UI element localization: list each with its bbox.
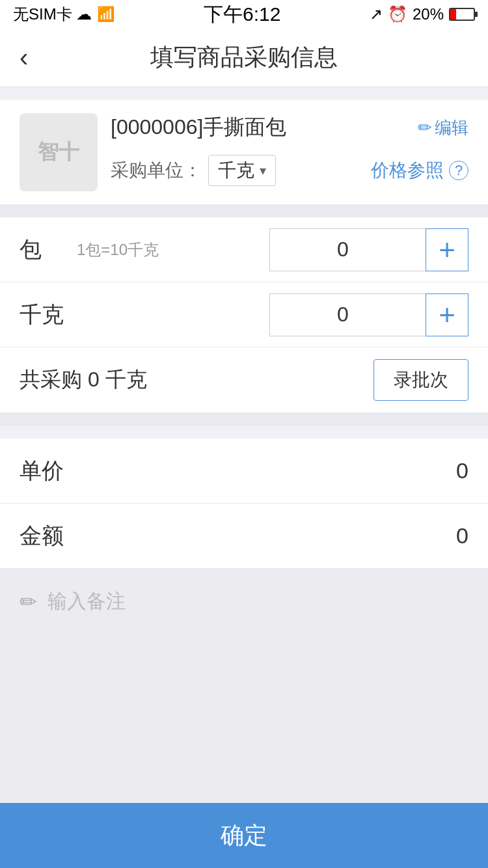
- product-name: [0000006]手撕面包: [111, 113, 286, 142]
- section-divider-1: [0, 204, 488, 217]
- product-unit-row: 采购单位： 千克 ▾ 价格参照 ?: [111, 155, 468, 186]
- kilogram-input[interactable]: [269, 293, 426, 336]
- remark-placeholder: 输入备注: [47, 588, 126, 615]
- summary-row: 共采购 0 千克 录批次: [0, 347, 488, 413]
- location-icon: ↗: [370, 5, 383, 23]
- confirm-button[interactable]: 确定: [0, 803, 488, 868]
- status-time: 下午6:12: [204, 1, 280, 28]
- product-info: [0000006]手撕面包 ✏ 编辑 采购单位： 千克 ▾ 价格参照 ?: [111, 113, 468, 186]
- page-title: 填写商品采购信息: [150, 42, 338, 74]
- unit-value: 千克: [218, 158, 254, 183]
- help-icon: ?: [449, 161, 468, 180]
- package-input-group: +: [269, 228, 468, 271]
- package-sublabel: 1包=10千克: [77, 239, 159, 260]
- battery-icon: [449, 8, 475, 21]
- battery-percent: 20%: [413, 5, 444, 23]
- kilogram-plus-button[interactable]: +: [426, 293, 468, 336]
- product-logo: 智十: [38, 138, 79, 167]
- status-bar: 无SIM卡 ☁ 📶 下午6:12 ↗ ⏰ 20%: [0, 0, 488, 29]
- price-ref-label: 价格参照: [371, 158, 444, 183]
- unit-label: 采购单位：: [111, 158, 202, 183]
- kilogram-input-group: +: [269, 293, 468, 336]
- nav-bar: ‹ 填写商品采购信息: [0, 29, 488, 87]
- back-button[interactable]: ‹: [20, 43, 28, 72]
- price-label: 单价: [20, 456, 64, 486]
- sim-status: 无SIM卡 ☁: [13, 4, 92, 25]
- package-plus-button[interactable]: +: [426, 228, 468, 271]
- amount-value: 0: [456, 523, 468, 549]
- price-value: 0: [456, 458, 468, 483]
- product-title: 手撕面包: [203, 115, 286, 139]
- product-id: [0000006]: [111, 115, 203, 139]
- status-right: ↗ ⏰ 20%: [370, 5, 475, 23]
- input-section: 包 1包=10千克 + 千克 +: [0, 217, 488, 347]
- price-ref-button[interactable]: 价格参照 ?: [371, 158, 468, 183]
- edit-label: 编辑: [435, 116, 468, 139]
- product-image: 智十: [20, 113, 98, 191]
- section-divider-2: [0, 413, 488, 426]
- amount-label: 金额: [20, 521, 64, 551]
- price-row: 单价 0: [0, 439, 488, 504]
- package-input[interactable]: [269, 228, 426, 271]
- product-header: [0000006]手撕面包 ✏ 编辑: [111, 113, 468, 142]
- edit-button[interactable]: ✏ 编辑: [418, 116, 468, 139]
- package-label: 包: [20, 235, 72, 265]
- status-left: 无SIM卡 ☁ 📶: [13, 4, 115, 25]
- wifi-icon: 📶: [97, 6, 115, 23]
- pencil-icon: ✏: [20, 590, 37, 614]
- alarm-icon: ⏰: [388, 5, 407, 23]
- chevron-down-icon: ▾: [260, 163, 266, 178]
- price-section: 单价 0 金额 0: [0, 439, 488, 569]
- kilogram-label: 千克: [20, 300, 72, 330]
- package-row: 包 1包=10千克 +: [0, 217, 488, 282]
- edit-icon: ✏: [418, 118, 432, 138]
- product-card: 智十 [0000006]手撕面包 ✏ 编辑 采购单位： 千克 ▾ 价格参照 ?: [0, 100, 488, 204]
- kilogram-row: 千克 +: [0, 282, 488, 347]
- summary-text: 共采购 0 千克: [20, 366, 147, 394]
- remark-section[interactable]: ✏ 输入备注: [0, 569, 488, 634]
- record-batch-button[interactable]: 录批次: [373, 359, 468, 401]
- amount-row: 金额 0: [0, 504, 488, 569]
- unit-select[interactable]: 千克 ▾: [208, 155, 276, 186]
